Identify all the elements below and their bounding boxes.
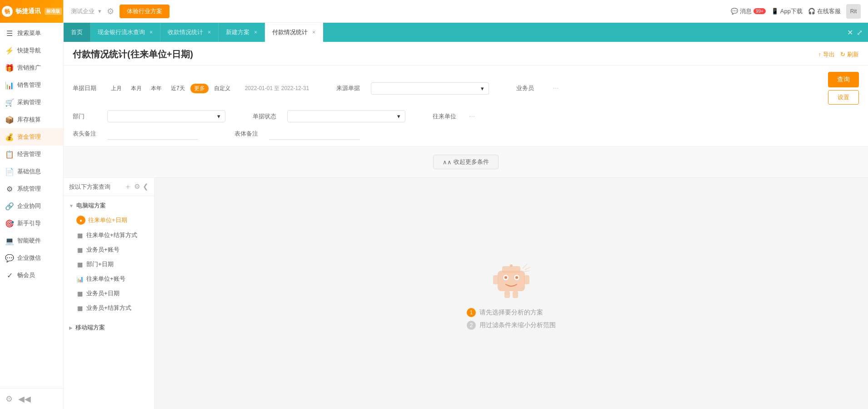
sidebar-item-system[interactable]: ⚙ 系统管理 xyxy=(0,180,63,197)
sidebar-item-hardware[interactable]: 💻 智能硬件 xyxy=(0,232,63,249)
filter-row-1: 单据日期 上月 本月 本年 近7天 更多 自定义 2022-01-01 至 20… xyxy=(73,72,859,105)
user-name: Rit xyxy=(850,8,857,15)
message-badge: 99+ xyxy=(753,8,766,14)
sidebar-label-search-menu: 搜索菜单 xyxy=(17,29,41,37)
this-year-btn[interactable]: 本年 xyxy=(147,83,165,94)
sidebar-item-quick-nav[interactable]: ⚡ 快捷导航 xyxy=(0,42,63,59)
sidebar-item-finance[interactable]: 💰 资金管理 xyxy=(0,128,63,146)
filter-area: 单据日期 上月 本月 本年 近7天 更多 自定义 2022-01-01 至 20… xyxy=(64,66,868,146)
inventory-icon: 📦 xyxy=(5,116,14,124)
sidebar-item-guide[interactable]: 🎯 新手引导 xyxy=(0,215,63,232)
scheme-item-counterpart-account[interactable]: 📊 往来单位+账号 xyxy=(64,272,154,286)
topbar-settings-icon[interactable]: ⚙ xyxy=(107,6,114,16)
company-dropdown-icon: ▾ xyxy=(98,8,101,15)
scheme-item-counterpart-date[interactable]: ● 往来单位+日期 xyxy=(64,212,154,228)
tab-home[interactable]: 首页 xyxy=(64,23,90,42)
online-service-button[interactable]: 🎧 在线客服 xyxy=(808,7,841,15)
mobile-group-title[interactable]: ▶ 移动端方案 xyxy=(64,321,154,334)
desktop-group-title[interactable]: ▼ 电脑端方案 xyxy=(64,199,154,212)
sidebar-label-sales: 销售管理 xyxy=(17,81,41,89)
page-content: 付款情况统计(往来单位+日期) ↑ 导出 ↻ 刷新 单据日期 上月 本月 本年 xyxy=(64,42,868,409)
scheme-item-salesperson-date[interactable]: ▦ 业务员+日期 xyxy=(64,286,154,301)
tab-new-scheme[interactable]: 新建方案× xyxy=(219,23,265,42)
tab-cash-flow[interactable]: 现金银行流水查询× xyxy=(90,23,160,42)
collapse-sidebar-icon[interactable]: ◀◀ xyxy=(18,394,31,404)
tab-close-new-scheme[interactable]: × xyxy=(254,29,257,35)
dept-select[interactable]: ▾ xyxy=(107,110,225,122)
content-area: 按以下方案查询 ＋ ⚙ ❮ ▼ 电脑端方案 ● 往来单位+日期 xyxy=(64,178,868,409)
scheme-label-counterpart-settle: 往来单位+结算方式 xyxy=(86,231,137,239)
tab-label-home: 首页 xyxy=(71,28,83,36)
sidebar-item-marketing[interactable]: 🎁 营销推广 xyxy=(0,59,63,76)
more-btn[interactable]: 更多 xyxy=(190,84,209,93)
collapse-button[interactable]: ∧∧ 收起更多条件 xyxy=(433,155,499,169)
source-select[interactable]: ▾ xyxy=(371,82,489,95)
collapse-scheme-icon[interactable]: ❮ xyxy=(143,182,149,191)
query-button[interactable]: 查询 xyxy=(828,72,859,87)
add-scheme-icon[interactable]: ＋ xyxy=(125,182,131,191)
sidebar-item-sales[interactable]: 📊 销售管理 xyxy=(0,76,63,94)
tab-payment-stats[interactable]: 付款情况统计× xyxy=(265,23,323,42)
scheme-settings-icon[interactable]: ⚙ xyxy=(134,182,140,191)
body-note-input[interactable] xyxy=(269,128,360,140)
export-button[interactable]: ↑ 导出 xyxy=(818,50,835,59)
empty-state: 1 请先选择要分析的方案 2 用过滤条件来缩小分析范围 xyxy=(467,257,556,330)
scheme-item-dept-date[interactable]: ▦ 部门+日期 xyxy=(64,257,154,272)
company-selector[interactable]: 测试企业 ▾ xyxy=(71,7,101,15)
user-avatar[interactable]: Rit xyxy=(846,4,861,19)
refresh-button[interactable]: ↻ 刷新 xyxy=(840,50,859,59)
tab-close-cash-flow[interactable]: × xyxy=(150,29,153,35)
sidebar-item-enterprise[interactable]: 🔗 企业协同 xyxy=(0,197,63,215)
scheme-label-dept-date: 部门+日期 xyxy=(86,260,114,268)
header-note-label: 表头备注 xyxy=(73,130,98,138)
settings-icon[interactable]: ⚙ xyxy=(5,394,13,404)
scheme-items: ● 往来单位+日期 ▦ 往来单位+结算方式 ▦ 业务员+账号 ▦ 部门+日期 📊… xyxy=(64,212,154,315)
trial-button[interactable]: 体验行业方案 xyxy=(120,5,170,18)
scheme-item-salesperson-account[interactable]: ▦ 业务员+账号 xyxy=(64,242,154,257)
hardware-icon: 💻 xyxy=(5,237,14,245)
header-note-input[interactable] xyxy=(107,128,198,140)
salesperson-ellipsis[interactable]: ··· xyxy=(551,84,560,92)
tab-close-receipt-stats[interactable]: × xyxy=(208,29,211,35)
sidebar-label-operation: 经营管理 xyxy=(17,150,41,158)
sidebar-label-purchase: 采购管理 xyxy=(17,98,41,106)
sidebar-item-wechat[interactable]: 💬 企业微信 xyxy=(0,249,63,267)
sidebar-item-operation[interactable]: 📋 经营管理 xyxy=(0,146,63,163)
hint-num-1: 1 xyxy=(467,308,476,317)
sidebar-item-basic-info[interactable]: 📄 基础信息 xyxy=(0,163,63,180)
mobile-scheme-group: ▶ 移动端方案 xyxy=(64,318,154,337)
tab-spacer xyxy=(323,23,842,42)
sidebar-label-quick-nav: 快捷导航 xyxy=(17,46,41,55)
last-7-days-btn[interactable]: 近7天 xyxy=(167,83,189,94)
close-all-tabs-icon[interactable]: ✕ xyxy=(847,28,853,37)
sidebar-item-purchase[interactable]: 🛒 采购管理 xyxy=(0,94,63,111)
tab-receipt-stats[interactable]: 收款情况统计× xyxy=(160,23,219,42)
sidebar-item-member[interactable]: ✓ 畅会员 xyxy=(0,267,63,284)
scheme-item-counterpart-settle[interactable]: ▦ 往来单位+结算方式 xyxy=(64,228,154,242)
this-month-btn[interactable]: 本月 xyxy=(127,83,145,94)
scheme-icon-dept-date: ▦ xyxy=(76,261,84,268)
counterpart-ellipsis[interactable]: ··· xyxy=(467,112,477,120)
custom-btn[interactable]: 自定义 xyxy=(210,83,234,94)
doc-status-select[interactable]: ▾ xyxy=(287,110,405,122)
app-download-button[interactable]: 📱 App下载 xyxy=(771,7,803,15)
svg-rect-0 xyxy=(498,271,525,291)
service-label: 在线客服 xyxy=(817,7,841,15)
sidebar-label-guide: 新手引导 xyxy=(17,219,41,227)
sidebar-item-search-menu[interactable]: ☰ 搜索菜单 xyxy=(0,25,63,42)
desktop-scheme-group: ▼ 电脑端方案 ● 往来单位+日期 ▦ 往来单位+结算方式 ▦ 业务员+账号 ▦… xyxy=(64,196,154,318)
message-button[interactable]: 💬 消息 99+ xyxy=(731,7,766,15)
svg-line-13 xyxy=(524,271,529,272)
refresh-icon: ↻ xyxy=(840,51,845,58)
scheme-item-salesperson-settle[interactable]: ▦ 业务员+结算方式 xyxy=(64,301,154,315)
refresh-label: 刷新 xyxy=(847,50,859,59)
topbar: 测试企业 ▾ ⚙ 体验行业方案 💬 消息 99+ 📱 App下载 🎧 在线客服 … xyxy=(64,0,868,23)
last-month-btn[interactable]: 上月 xyxy=(107,83,125,94)
tab-controls: ✕ ⤢ xyxy=(842,23,868,42)
sidebar-item-inventory[interactable]: 📦 库存核算 xyxy=(0,111,63,128)
tab-close-payment-stats[interactable]: × xyxy=(312,29,315,35)
scheme-label-salesperson-date: 业务员+日期 xyxy=(86,289,120,298)
sidebar-label-wechat: 企业微信 xyxy=(17,254,41,262)
maximize-icon[interactable]: ⤢ xyxy=(857,28,863,37)
settings-button[interactable]: 设置 xyxy=(828,90,859,105)
